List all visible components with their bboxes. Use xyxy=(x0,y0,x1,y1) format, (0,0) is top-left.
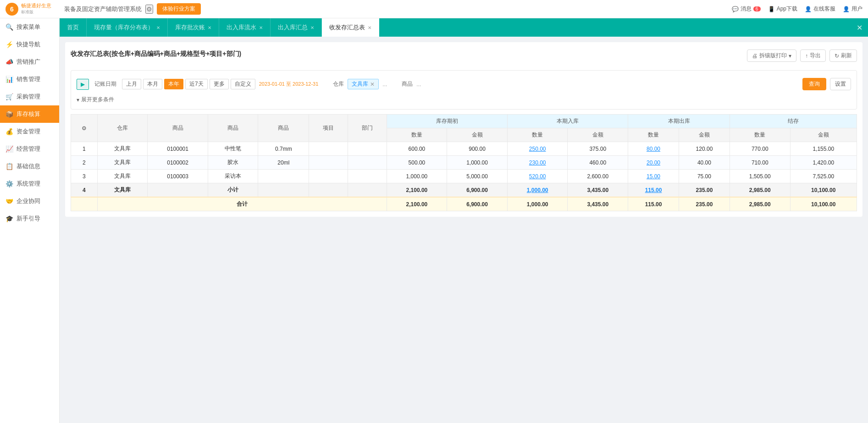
product-label: 商品 xyxy=(402,80,413,88)
th-opening-amt: 金额 xyxy=(447,128,508,142)
th-opening-qty: 数量 xyxy=(387,128,447,142)
th-out-group: 本期出库 xyxy=(628,115,730,128)
product-more[interactable]: ... xyxy=(416,81,421,88)
sidebar-item-corp[interactable]: 🤝 企业协同 xyxy=(0,192,59,210)
warehouse-tag[interactable]: 文具库 ✕ xyxy=(348,79,379,89)
date-btn-custom[interactable]: 自定义 xyxy=(231,79,255,89)
row3-in-qty[interactable]: 520.00 xyxy=(507,170,568,183)
th-warehouse: 仓库 xyxy=(97,115,147,142)
service-icon: 👤 xyxy=(805,6,812,12)
tab-close-all[interactable]: ✕ xyxy=(851,23,868,32)
row4-no: 4 xyxy=(71,183,98,198)
table-row: 2 文具库 0100002 胶水 20ml 500.00 1,000.00 xyxy=(71,156,857,170)
tab-stock-summary-label: 收发存汇总表 xyxy=(329,23,365,32)
row3-in-amt: 2,600.00 xyxy=(568,170,628,183)
row1-product-spec: 0.7mm xyxy=(258,142,309,156)
tab-batch[interactable]: 库存批次账 ✕ xyxy=(168,18,219,37)
row2-out-qty[interactable]: 20.00 xyxy=(628,156,679,170)
tab-flow[interactable]: 出入库流水 ✕ xyxy=(219,18,271,37)
tab-batch-close[interactable]: ✕ xyxy=(208,25,211,30)
date-btn-prev-month[interactable]: 上月 xyxy=(122,79,141,89)
expand-button[interactable]: ▾ 展开更多条件 xyxy=(77,96,114,104)
sidebar-item-purchase[interactable]: 🛒 采购管理 xyxy=(0,88,59,105)
footer-opening-amt: 6,900.00 xyxy=(447,197,508,211)
footer-out-qty: 115.00 xyxy=(628,197,679,211)
tab-summary-close[interactable]: ✕ xyxy=(310,25,314,30)
row1-opening-amt: 900.00 xyxy=(447,142,508,156)
print-label: 拆镶版打印 xyxy=(759,52,787,60)
sidebar-item-finance[interactable]: 💰 资金管理 xyxy=(0,123,59,140)
warehouse-tag-del[interactable]: ✕ xyxy=(370,81,375,88)
export-button[interactable]: ↑ 导出 xyxy=(800,49,826,62)
sidebar-item-inventory[interactable]: 📦 库存核算 xyxy=(0,105,59,123)
tab-stock-summary[interactable]: 收发存汇总表 ✕ xyxy=(322,18,379,37)
tab-home[interactable]: 首页 xyxy=(60,18,87,37)
row2-in-qty[interactable]: 230.00 xyxy=(507,156,568,170)
row4-in-qty[interactable]: 1,000.00 xyxy=(507,183,568,198)
user-action[interactable]: 👤 用户 xyxy=(843,5,862,13)
row4-in-amt: 3,435.00 xyxy=(568,183,628,198)
sidebar-item-operations[interactable]: 📈 经营管理 xyxy=(0,140,59,158)
sidebar-item-sales[interactable]: 📊 销售管理 xyxy=(0,71,59,88)
filter-toggle-btn[interactable]: ▶ xyxy=(77,79,89,90)
tab-bar: 首页 现存量（库存分布表） ✕ 库存批次账 ✕ 出入库流水 ✕ 出入库汇总 ✕ xyxy=(60,18,868,37)
warehouse-more[interactable]: ... xyxy=(382,81,387,88)
top-bar-left: 6 畅捷通好生意 标准版 装备及固定资产辅助管理系统 ⚙ 体验行业方案 xyxy=(6,3,201,16)
row3-department xyxy=(348,170,387,183)
tab-inventory-dist[interactable]: 现存量（库存分布表） ✕ xyxy=(87,18,168,37)
tab-inventory-dist-close[interactable]: ✕ xyxy=(156,25,160,30)
row3-opening-amt: 5,000.00 xyxy=(447,170,508,183)
row1-no: 1 xyxy=(71,142,98,156)
row3-opening-qty: 1,000.00 xyxy=(387,170,447,183)
row2-project xyxy=(309,156,348,170)
row1-out-qty[interactable]: 80.00 xyxy=(628,142,679,156)
sidebar-item-quick[interactable]: ⚡ 快捷导航 xyxy=(0,36,59,53)
query-button[interactable]: 查询 xyxy=(802,78,826,90)
sidebar-item-system[interactable]: ⚙️ 系统管理 xyxy=(0,175,59,192)
date-btn-7days[interactable]: 近7天 xyxy=(185,79,208,89)
footer-in-qty: 1,000.00 xyxy=(507,197,568,211)
sidebar-item-search[interactable]: 🔍 搜索菜单 xyxy=(0,18,59,36)
row3-out-qty[interactable]: 15.00 xyxy=(628,170,679,183)
row4-department xyxy=(348,183,387,198)
warehouse-tag-text: 文具库 xyxy=(352,80,368,88)
sidebar-item-marketing[interactable]: 📣 营销推广 xyxy=(0,53,59,71)
tab-summary[interactable]: 出入库汇总 ✕ xyxy=(271,18,322,37)
tab-stock-summary-close[interactable]: ✕ xyxy=(368,25,371,30)
sidebar-item-newbie[interactable]: 🎓 新手引导 xyxy=(0,210,59,227)
refresh-button[interactable]: ↻ 刷新 xyxy=(829,49,857,62)
system-icon: ⚙️ xyxy=(6,180,13,187)
system-title: 装备及固定资产辅助管理系统 xyxy=(64,5,142,13)
set-button[interactable]: 设置 xyxy=(830,78,851,90)
row3-project xyxy=(309,170,348,183)
table-row: 3 文具库 0100003 采访本 1,000.00 5,000.00 xyxy=(71,170,857,183)
print-button[interactable]: 🖨 拆镶版打印 ▾ xyxy=(747,49,796,62)
date-range: 2023-01-01 至 2023-12-31 xyxy=(259,81,319,88)
filter-row-1: ▶ 记账日期 上月 本月 本年 近7天 更多 自定义 2023-01-01 至 … xyxy=(77,74,851,94)
app-wrapper: 6 畅捷通好生意 标准版 装备及固定资产辅助管理系统 ⚙ 体验行业方案 💬 消息… xyxy=(0,0,868,423)
app-download-label: App下载 xyxy=(777,5,797,13)
footer-balance-qty: 2,985.00 xyxy=(730,197,790,211)
footer-balance-amt: 10,100.00 xyxy=(790,197,857,211)
online-service-action[interactable]: 👤 在线客服 xyxy=(805,5,835,13)
settings-gear-button[interactable]: ⚙ xyxy=(145,5,153,14)
date-btn-this-year[interactable]: 本年 xyxy=(164,79,183,89)
table-row: 1 文具库 0100001 中性笔 0.7mm 600.00 900.00 xyxy=(71,142,857,156)
sales-icon: 📊 xyxy=(6,76,13,83)
row1-in-qty[interactable]: 250.00 xyxy=(507,142,568,156)
logo-text: 畅捷通好生意 xyxy=(21,3,51,9)
sidebar-item-basic[interactable]: 📋 基础信息 xyxy=(0,158,59,175)
row4-out-qty[interactable]: 115.00 xyxy=(628,183,679,198)
sidebar-item-inventory-label: 库存核算 xyxy=(17,110,40,118)
row1-product-code: 0100001 xyxy=(148,142,208,156)
try-button[interactable]: 体验行业方案 xyxy=(157,3,201,15)
row4-product-name: 小计 xyxy=(208,183,258,198)
date-btn-more[interactable]: 更多 xyxy=(210,79,229,89)
row1-product-name: 中性笔 xyxy=(208,142,258,156)
app-download-action[interactable]: 📱 App下载 xyxy=(768,5,797,13)
tab-flow-close[interactable]: ✕ xyxy=(259,25,263,30)
th-settings[interactable]: ⚙ xyxy=(71,115,98,142)
message-action[interactable]: 💬 消息 6 xyxy=(732,5,761,13)
date-btn-this-month[interactable]: 本月 xyxy=(143,79,162,89)
header-actions: 🖨 拆镶版打印 ▾ ↑ 导出 ↻ 刷新 xyxy=(747,48,857,66)
